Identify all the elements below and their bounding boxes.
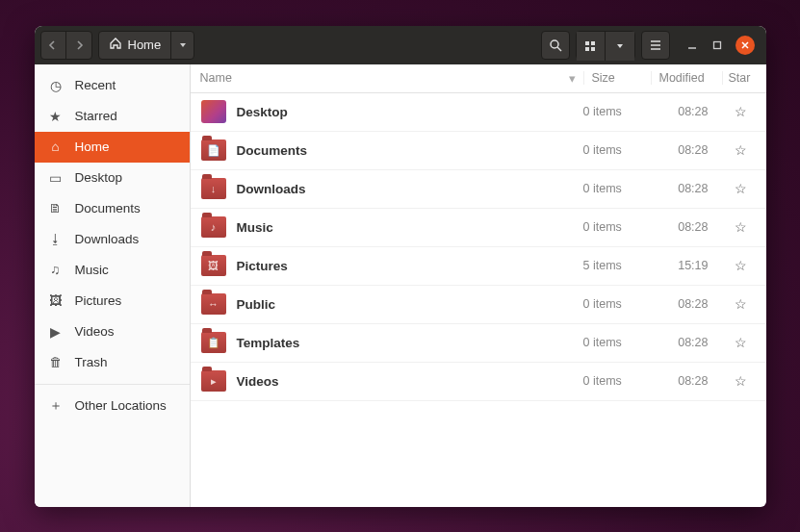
sidebar-item-videos[interactable]: ▶Videos: [35, 317, 190, 347]
svg-rect-3: [585, 47, 589, 51]
star-button[interactable]: ☆: [722, 219, 761, 235]
trash-icon: 🗑: [48, 355, 64, 370]
plus-icon: ＋: [48, 398, 64, 414]
file-modified: 15:19: [651, 259, 722, 272]
sidebar-item-recent[interactable]: ◷Recent: [35, 70, 190, 101]
file-row-templates[interactable]: 📋Templates0 items08:28☆: [191, 324, 766, 363]
file-name: Desktop: [237, 105, 583, 119]
music-icon: ♫: [48, 263, 64, 278]
star-button[interactable]: ☆: [722, 142, 761, 158]
file-row-music[interactable]: ♪Music0 items08:28☆: [191, 209, 766, 247]
file-row-videos[interactable]: ▸Videos0 items08:28☆: [191, 363, 766, 401]
column-star[interactable]: Star: [722, 71, 761, 85]
star-button[interactable]: ☆: [722, 104, 761, 119]
path-dropdown[interactable]: [170, 32, 194, 59]
sidebar-item-label: Pictures: [75, 293, 122, 308]
svg-rect-2: [591, 41, 595, 45]
file-modified: 08:28: [651, 297, 722, 311]
download-icon: ⭳: [48, 232, 64, 247]
file-modified: 08:28: [651, 143, 722, 157]
column-size[interactable]: Size: [583, 71, 651, 85]
path-segment-home[interactable]: Home: [99, 32, 171, 59]
file-size: 0 items: [583, 143, 651, 157]
back-button[interactable]: [41, 32, 66, 59]
folder-icon: 📄: [200, 137, 227, 164]
minimize-button[interactable]: [685, 38, 699, 52]
close-button[interactable]: [735, 36, 755, 55]
sidebar-item-trash[interactable]: 🗑Trash: [35, 347, 190, 378]
sidebar-item-label: Starred: [75, 109, 117, 123]
star-button[interactable]: ☆: [722, 296, 761, 312]
file-modified: 08:28: [651, 336, 722, 349]
file-row-documents[interactable]: 📄Documents0 items08:28☆: [191, 132, 766, 170]
sidebar-item-label: Home: [75, 139, 110, 154]
sidebar: ◷Recent★Starred⌂Home▭Desktop🗎Documents⭳D…: [35, 64, 191, 507]
file-row-public[interactable]: ↔Public0 items08:28☆: [191, 286, 766, 324]
body: ◷Recent★Starred⌂Home▭Desktop🗎Documents⭳D…: [35, 64, 766, 507]
file-modified: 08:28: [651, 105, 722, 118]
sidebar-separator: [35, 384, 190, 385]
maximize-button[interactable]: [710, 38, 724, 52]
sidebar-item-music[interactable]: ♫Music: [35, 255, 190, 286]
sort-indicator-icon: ▾: [569, 71, 576, 86]
sidebar-item-documents[interactable]: 🗎Documents: [35, 193, 190, 224]
sidebar-item-pictures[interactable]: 🖼Pictures: [35, 286, 190, 317]
hamburger-menu-button[interactable]: [641, 31, 670, 60]
column-name[interactable]: Name ▾: [200, 71, 583, 86]
file-name: Pictures: [237, 259, 583, 273]
view-grid-button[interactable]: [577, 32, 606, 61]
column-modified[interactable]: Modified: [651, 71, 722, 85]
file-size: 0 items: [583, 105, 651, 118]
svg-rect-5: [713, 41, 720, 48]
file-list: Desktop0 items08:28☆📄Documents0 items08:…: [191, 93, 766, 507]
star-button[interactable]: ☆: [722, 373, 761, 389]
svg-rect-1: [585, 41, 589, 45]
sidebar-item-downloads[interactable]: ⭳Downloads: [35, 224, 190, 255]
star-button[interactable]: ☆: [722, 258, 761, 273]
file-name: Templates: [237, 336, 583, 350]
star-button[interactable]: ☆: [722, 181, 761, 196]
file-manager-window: Home ◷Recent★Starred⌂Home▭Desktop🗎Docume…: [35, 26, 766, 507]
sidebar-item-label: Documents: [75, 201, 141, 215]
folder-icon: ↔: [200, 291, 227, 317]
clock-icon: ◷: [48, 78, 64, 93]
file-modified: 08:28: [651, 374, 722, 388]
main-pane: Name ▾ Size Modified Star Desktop0 items…: [191, 64, 766, 507]
file-name: Downloads: [237, 182, 583, 196]
desktop-icon: ▭: [48, 170, 64, 186]
file-size: 0 items: [583, 336, 651, 349]
nav-group: [40, 31, 92, 60]
picture-icon: 🖼: [48, 293, 64, 309]
sidebar-item-starred[interactable]: ★Starred: [35, 101, 190, 132]
file-size: 0 items: [583, 374, 651, 388]
sidebar-item-label: Trash: [75, 355, 108, 369]
file-row-pictures[interactable]: 🖼Pictures5 items15:19☆: [191, 247, 766, 286]
path-bar: Home: [98, 31, 195, 60]
file-name: Public: [237, 297, 583, 312]
forward-button[interactable]: [66, 32, 91, 59]
sidebar-item-label: Other Locations: [75, 398, 167, 413]
file-row-desktop[interactable]: Desktop0 items08:28☆: [191, 93, 766, 132]
view-dropdown-button[interactable]: [606, 32, 634, 61]
search-button[interactable]: [541, 31, 570, 60]
document-icon: 🗎: [48, 201, 64, 216]
home-icon: [109, 37, 122, 53]
file-modified: 08:28: [651, 220, 722, 234]
sidebar-item-home[interactable]: ⌂Home: [35, 132, 190, 163]
file-row-downloads[interactable]: ↓Downloads0 items08:28☆: [191, 170, 766, 209]
view-group: [576, 31, 635, 60]
sidebar-item-other-locations[interactable]: ＋Other Locations: [35, 391, 190, 421]
file-modified: 08:28: [651, 182, 722, 195]
star-icon: ★: [48, 109, 64, 124]
file-size: 0 items: [583, 182, 651, 195]
titlebar: Home: [35, 26, 766, 64]
file-size: 5 items: [583, 259, 651, 272]
file-name: Documents: [237, 143, 583, 158]
folder-icon: ▸: [200, 367, 227, 394]
svg-rect-4: [591, 47, 595, 51]
file-size: 0 items: [583, 220, 651, 234]
sidebar-item-desktop[interactable]: ▭Desktop: [35, 163, 190, 193]
desktop-folder-icon: [200, 98, 227, 125]
star-button[interactable]: ☆: [722, 335, 761, 350]
file-name: Music: [237, 220, 583, 235]
